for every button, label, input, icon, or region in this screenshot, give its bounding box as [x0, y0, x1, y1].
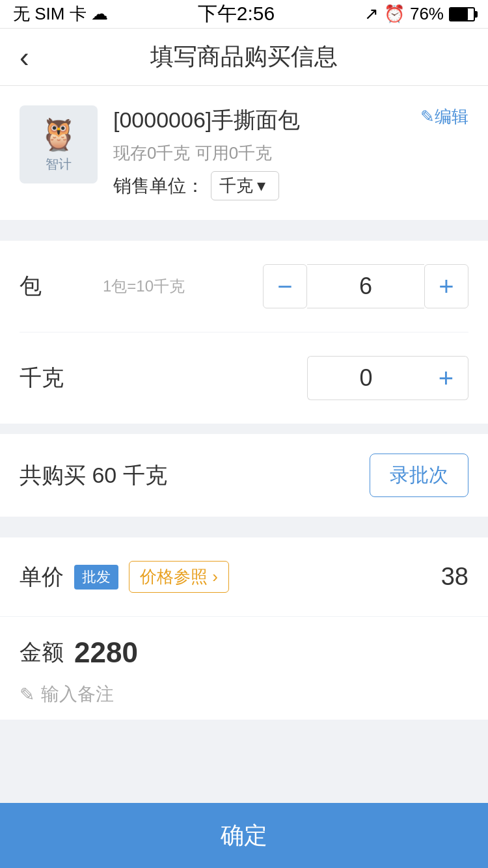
battery-icon	[449, 7, 475, 21]
bao-minus-button[interactable]: −	[263, 264, 307, 308]
price-type-tag: 批发	[74, 565, 118, 590]
signal-text: 无 SIM 卡 ☁	[13, 3, 108, 25]
section-divider-2	[0, 424, 488, 434]
page-title: 填写商品购买信息	[150, 41, 338, 73]
kg-label: 千克	[20, 363, 98, 393]
batch-button[interactable]: 录批次	[370, 454, 468, 497]
nav-bar: ‹ 填写商品购买信息	[0, 29, 488, 86]
battery-text: 76%	[410, 4, 444, 24]
bao-input[interactable]	[307, 264, 424, 308]
price-label: 单价	[20, 562, 64, 592]
status-bar: 无 SIM 卡 ☁ 下午2:56 ↗ ⏰ 76%	[0, 0, 488, 29]
product-name: [0000006]手撕面包	[113, 105, 300, 135]
amount-section: 金额 2280 ✎ 输入备注	[0, 617, 488, 720]
confirm-button[interactable]: 确定	[0, 803, 488, 868]
price-value: 38	[441, 563, 468, 591]
kg-plus-button[interactable]: +	[424, 356, 468, 400]
amount-row: 金额 2280	[20, 636, 468, 669]
unit-label: 销售单位：	[113, 174, 204, 198]
status-right: ↗ ⏰ 76%	[364, 4, 475, 24]
product-name-row: [0000006]手撕面包 ✎编辑	[113, 105, 468, 135]
total-section: 共购买 60 千克 录批次	[0, 434, 488, 517]
product-image: 🦉 智计	[20, 105, 98, 183]
product-logo-icon: 🦉	[39, 116, 78, 153]
status-time: 下午2:56	[198, 1, 275, 27]
total-label: 共购买 60 千克	[20, 461, 167, 491]
product-info: [0000006]手撕面包 ✎编辑 现存0千克 可用0千克 销售单位： 千克 ▾	[113, 105, 468, 200]
bao-stepper: − +	[263, 264, 468, 308]
price-row: 单价 批发 价格参照 › 38	[0, 537, 488, 617]
product-card: 🦉 智计 [0000006]手撕面包 ✎编辑 现存0千克 可用0千克 销售单位：…	[0, 86, 488, 220]
kg-row: 千克 +	[20, 332, 468, 424]
note-row[interactable]: ✎ 输入备注	[20, 682, 468, 707]
product-unit-row: 销售单位： 千克 ▾	[113, 171, 468, 200]
edit-button[interactable]: ✎编辑	[420, 105, 468, 128]
bao-label: 包	[20, 271, 98, 301]
alarm-icon: ⏰	[384, 4, 405, 24]
unit-dropdown[interactable]: 千克 ▾	[211, 171, 279, 200]
bao-plus-button[interactable]: +	[424, 264, 468, 308]
bao-sublabel: 1包=10千克	[103, 276, 185, 297]
section-divider-1	[0, 230, 488, 241]
kg-input[interactable]	[307, 356, 424, 400]
product-stock: 现存0千克 可用0千克	[113, 142, 468, 165]
amount-label: 金额	[20, 638, 64, 668]
amount-value: 2280	[74, 636, 138, 669]
dropdown-arrow-icon: ▾	[257, 176, 265, 196]
location-icon: ↗	[364, 4, 379, 24]
back-button[interactable]: ‹	[20, 41, 29, 74]
price-ref-button[interactable]: 价格参照 ›	[129, 561, 229, 593]
price-section: 单价 批发 价格参照 › 38	[0, 537, 488, 617]
product-logo-label: 智计	[46, 156, 72, 173]
unit-value: 千克	[219, 174, 253, 197]
input-section: 包 1包=10千克 − + 千克 +	[0, 241, 488, 424]
status-left: 无 SIM 卡 ☁	[13, 3, 108, 25]
kg-stepper: +	[307, 356, 468, 400]
note-placeholder: 输入备注	[41, 682, 114, 707]
section-divider-3	[0, 517, 488, 527]
note-pencil-icon: ✎	[20, 684, 34, 705]
bao-row: 包 1包=10千克 − +	[20, 241, 468, 332]
